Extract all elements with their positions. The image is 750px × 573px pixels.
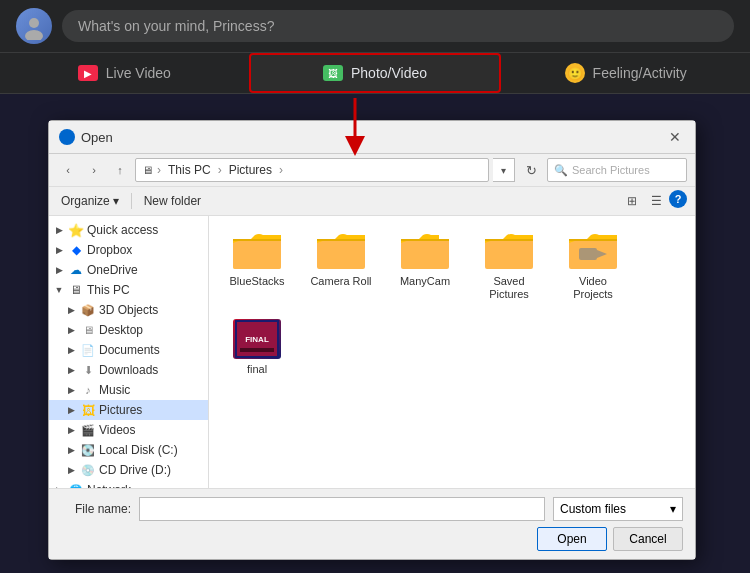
breadcrumb: 🖥 › This PC › Pictures › bbox=[135, 158, 489, 182]
onedrive-icon: ☁ bbox=[68, 263, 84, 277]
filetype-dropdown[interactable]: Custom files ▾ bbox=[553, 497, 683, 521]
tree-item-localc[interactable]: ▶ 💽 Local Disk (C:) bbox=[49, 440, 208, 460]
tree-item-cddrive[interactable]: ▶ 💿 CD Drive (D:) bbox=[49, 460, 208, 480]
music-icon: ♪ bbox=[80, 383, 96, 397]
cddrive-icon: 💿 bbox=[80, 463, 96, 477]
view-large-icon[interactable]: ⊞ bbox=[621, 190, 643, 212]
expand-downloads: ▶ bbox=[65, 364, 77, 376]
help-button[interactable]: ? bbox=[669, 190, 687, 208]
photo-video-icon: 🖼 bbox=[323, 65, 343, 81]
file-name-cameraroll: Camera Roll bbox=[310, 275, 371, 288]
tree-item-music[interactable]: ▶ ♪ Music bbox=[49, 380, 208, 400]
photo-video-label: Photo/Video bbox=[351, 65, 427, 81]
cancel-button[interactable]: Cancel bbox=[613, 527, 683, 551]
search-icon: 🔍 bbox=[554, 164, 568, 177]
back-button[interactable]: ‹ bbox=[57, 159, 79, 181]
videos-icon: 🎬 bbox=[80, 423, 96, 437]
expand-cddrive: ▶ bbox=[65, 464, 77, 476]
forward-button[interactable]: › bbox=[83, 159, 105, 181]
tree-label-music: Music bbox=[99, 383, 130, 397]
svg-point-4 bbox=[62, 132, 72, 142]
tree-item-downloads[interactable]: ▶ ⬇ Downloads bbox=[49, 360, 208, 380]
expand-pictures: ▶ bbox=[65, 404, 77, 416]
filename-input[interactable] bbox=[139, 497, 545, 521]
file-name-savedpictures: Saved Pictures bbox=[474, 275, 544, 301]
svg-rect-9 bbox=[317, 239, 365, 241]
file-item-final[interactable]: FINAL final bbox=[217, 312, 297, 383]
breadcrumb-pictures[interactable]: Pictures bbox=[226, 162, 275, 178]
savedpictures-folder-icon bbox=[485, 231, 533, 271]
file-name-videoprojects: Video Projects bbox=[558, 275, 628, 301]
organize-arrow: ▾ bbox=[113, 194, 119, 208]
svg-rect-21 bbox=[240, 348, 274, 352]
search-box[interactable]: 🔍 Search Pictures bbox=[547, 158, 687, 182]
tree-item-documents[interactable]: ▶ 📄 Documents bbox=[49, 340, 208, 360]
refresh-button[interactable]: ↻ bbox=[519, 158, 543, 182]
tree-label-dropbox: Dropbox bbox=[87, 243, 132, 257]
breadcrumb-sep1: › bbox=[157, 163, 161, 177]
view-list[interactable]: ☰ bbox=[645, 190, 667, 212]
quickaccess-icon: ⭐ bbox=[68, 223, 84, 237]
dialog-toolbar: Organize ▾ New folder ⊞ ☰ ? bbox=[49, 187, 695, 216]
fb-post-bar: What's on your mind, Princess? bbox=[0, 0, 750, 53]
open-button[interactable]: Open bbox=[537, 527, 607, 551]
dialog-buttons: Open Cancel bbox=[61, 527, 683, 551]
tree-label-thispc: This PC bbox=[87, 283, 130, 297]
dialog-close-button[interactable]: ✕ bbox=[665, 127, 685, 147]
expand-thispc: ▼ bbox=[53, 284, 65, 296]
3dobjects-icon: 📦 bbox=[80, 303, 96, 317]
live-video-button[interactable]: ▶ Live Video bbox=[0, 53, 249, 93]
tree-panel: ▶ ⭐ Quick access ▶ ◆ Dropbox ▶ ☁ OneDriv… bbox=[49, 216, 209, 488]
tree-item-videos[interactable]: ▶ 🎬 Videos bbox=[49, 420, 208, 440]
filename-row: File name: Custom files ▾ bbox=[61, 497, 683, 521]
up-button[interactable]: ↑ bbox=[109, 159, 131, 181]
tree-item-thispc[interactable]: ▼ 🖥 This PC bbox=[49, 280, 208, 300]
feeling-activity-button[interactable]: 🙂 Feeling/Activity bbox=[501, 53, 750, 93]
expand-3dobjects: ▶ bbox=[65, 304, 77, 316]
svg-text:FINAL: FINAL bbox=[245, 335, 269, 344]
photo-video-button[interactable]: 🖼 Photo/Video bbox=[249, 53, 502, 93]
file-item-bluestacks[interactable]: BlueStacks bbox=[217, 224, 297, 308]
tree-item-quickaccess[interactable]: ▶ ⭐ Quick access bbox=[49, 220, 208, 240]
new-folder-button[interactable]: New folder bbox=[140, 192, 205, 210]
final-icon: FINAL bbox=[233, 319, 281, 359]
tree-label-onedrive: OneDrive bbox=[87, 263, 138, 277]
videoprojects-icon bbox=[569, 231, 617, 271]
breadcrumb-sep3: › bbox=[279, 163, 283, 177]
file-item-cameraroll[interactable]: Camera Roll bbox=[301, 224, 381, 308]
file-item-videoprojects[interactable]: Video Projects bbox=[553, 224, 633, 308]
tree-item-3dobjects[interactable]: ▶ 📦 3D Objects bbox=[49, 300, 208, 320]
feeling-activity-label: Feeling/Activity bbox=[593, 65, 687, 81]
expand-videos: ▶ bbox=[65, 424, 77, 436]
tree-item-pictures[interactable]: ▶ 🖼 Pictures bbox=[49, 400, 208, 420]
cameraroll-folder-icon bbox=[317, 231, 365, 271]
desktop-icon: 🖥 bbox=[80, 323, 96, 337]
downloads-icon: ⬇ bbox=[80, 363, 96, 377]
svg-rect-13 bbox=[485, 239, 533, 241]
tree-item-desktop[interactable]: ▶ 🖥 Desktop bbox=[49, 320, 208, 340]
tree-item-dropbox[interactable]: ▶ ◆ Dropbox bbox=[49, 240, 208, 260]
file-name-final: final bbox=[247, 363, 267, 376]
breadcrumb-dropdown[interactable]: ▾ bbox=[493, 158, 515, 182]
tree-label-videos: Videos bbox=[99, 423, 135, 437]
file-item-savedpictures[interactable]: Saved Pictures bbox=[469, 224, 549, 308]
svg-rect-16 bbox=[579, 248, 597, 260]
new-folder-label: New folder bbox=[144, 194, 201, 208]
svg-rect-10 bbox=[401, 239, 449, 269]
file-item-manycam[interactable]: ManyCam bbox=[385, 224, 465, 308]
breadcrumb-icon: 🖥 bbox=[142, 164, 153, 176]
post-input[interactable]: What's on your mind, Princess? bbox=[62, 10, 734, 42]
expand-music: ▶ bbox=[65, 384, 77, 396]
avatar bbox=[16, 8, 52, 44]
pictures-icon: 🖼 bbox=[80, 403, 96, 417]
tree-label-3dobjects: 3D Objects bbox=[99, 303, 158, 317]
organize-button[interactable]: Organize ▾ bbox=[57, 192, 123, 210]
tree-item-network[interactable]: ▶ 🌐 Network bbox=[49, 480, 208, 488]
tree-label-documents: Documents bbox=[99, 343, 160, 357]
breadcrumb-thispc[interactable]: This PC bbox=[165, 162, 214, 178]
filetype-label: Custom files bbox=[560, 502, 626, 516]
tree-item-onedrive[interactable]: ▶ ☁ OneDrive bbox=[49, 260, 208, 280]
tree-label-cddrive: CD Drive (D:) bbox=[99, 463, 171, 477]
expand-desktop: ▶ bbox=[65, 324, 77, 336]
toolbar-sep bbox=[131, 193, 132, 209]
